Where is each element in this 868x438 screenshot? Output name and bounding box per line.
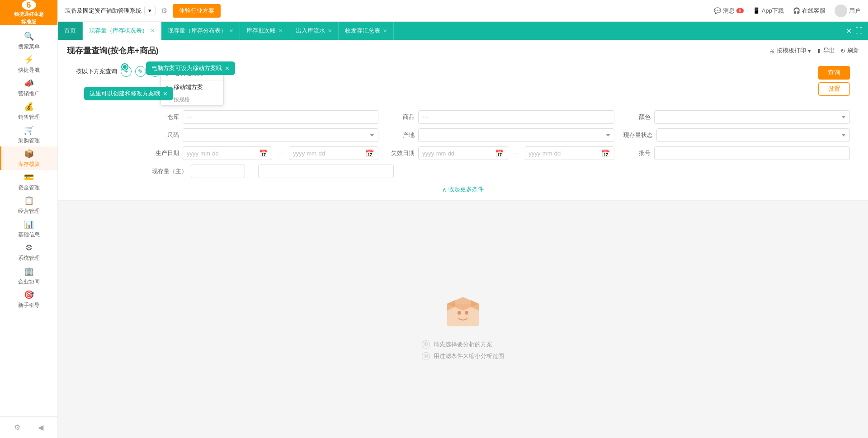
tab-recv-summary[interactable]: 收发存汇总表 ✕ bbox=[339, 22, 394, 40]
calendar-icon: 📅 bbox=[601, 149, 610, 158]
sidebar-item-label: 经营管理 bbox=[18, 207, 40, 215]
dots-icon: ··· bbox=[422, 113, 428, 121]
system-title: 装备及固定资产辅助管理系统 ▾ bbox=[65, 6, 156, 15]
online-service-button[interactable]: 🎧 在线客服 bbox=[793, 7, 826, 15]
reset-button[interactable]: 设置 bbox=[818, 82, 850, 96]
settings-button[interactable]: ⚙ bbox=[14, 423, 20, 432]
origin-select[interactable] bbox=[418, 128, 614, 142]
tab-close-icon[interactable]: ✕ bbox=[229, 28, 233, 34]
query-button[interactable]: 查询 bbox=[818, 66, 850, 80]
warehouse-filter: 仓库 ··· bbox=[152, 110, 378, 124]
building-icon: 🏢 bbox=[24, 266, 34, 276]
tab-close-icon[interactable]: ✕ bbox=[328, 28, 332, 34]
stock-status-label: 现存量状态 bbox=[623, 131, 653, 139]
sidebar-item-system[interactable]: ⚙ 系统管理 bbox=[0, 240, 57, 264]
refresh-button[interactable]: ↻ 刷新 bbox=[840, 47, 859, 55]
system-dropdown[interactable]: ▾ bbox=[144, 6, 156, 15]
step2-text: 用过滤条件来缩小分析范围 bbox=[434, 352, 504, 360]
tab-close-icon[interactable]: ✕ bbox=[278, 28, 283, 34]
app-download-button[interactable]: 📱 App下载 bbox=[753, 7, 784, 15]
scheme-name: 移动端方案 bbox=[174, 83, 203, 91]
refresh-icon: ↻ bbox=[840, 47, 845, 54]
prod-date-filter: 生产日期 yyyy-mm-dd 📅 — yyyy-mm-dd 📅 bbox=[152, 146, 378, 160]
cursor-indicator bbox=[122, 64, 127, 70]
tab-label: 出入库流水 bbox=[296, 27, 325, 35]
tab-inventory-dist[interactable]: 现存量（库存分布表） ✕ bbox=[161, 22, 240, 40]
expire-date-start[interactable]: yyyy-mm-dd 📅 bbox=[418, 146, 508, 160]
trial-button[interactable]: 体验行业方案 bbox=[173, 4, 221, 18]
stock-status-select[interactable] bbox=[656, 128, 850, 142]
collapse-button[interactable]: ∧ 收起更多条件 bbox=[76, 182, 850, 194]
inventory-min-input[interactable] bbox=[191, 165, 245, 178]
collapse-label: 收起更多条件 bbox=[448, 185, 484, 193]
sidebar-item-search[interactable]: 🔍 搜索菜单 bbox=[0, 29, 57, 52]
box-icon: 📦 bbox=[24, 149, 34, 159]
sidebar-item-basic[interactable]: 📊 基础信息 bbox=[0, 217, 57, 240]
inventory-max-input[interactable] bbox=[258, 165, 394, 178]
range-separator: — bbox=[249, 168, 255, 175]
batch-filter: 批号 bbox=[623, 146, 850, 160]
collapse-sidebar-button[interactable]: ◀ bbox=[38, 423, 43, 432]
sidebar-item-operations[interactable]: 📋 经营管理 bbox=[0, 193, 57, 217]
date-placeholder: yyyy-mm-dd bbox=[422, 150, 493, 157]
tab-inventory-status[interactable]: 现存量（库存状况表） ✕ bbox=[83, 22, 161, 40]
expire-date-end[interactable]: yyyy-mm-dd 📅 bbox=[525, 146, 614, 160]
page-actions: 🖨 按模板打印 ▾ ⬆ 导出 ↻ 刷新 bbox=[769, 47, 859, 55]
sidebar-item-marketing[interactable]: 📣 营销推广 bbox=[0, 76, 57, 99]
sidebar-item-nav[interactable]: ⚡ 快捷导航 bbox=[0, 52, 57, 76]
date-separator: — bbox=[278, 150, 283, 157]
sidebar-item-sales[interactable]: 💰 销售管理 bbox=[0, 99, 57, 123]
tab-maximize-icon[interactable]: ⛶ bbox=[855, 27, 863, 35]
export-button[interactable]: ⬆ 导出 bbox=[816, 47, 835, 55]
tab-home[interactable]: 首页 bbox=[58, 22, 83, 40]
warehouse-input[interactable]: ··· bbox=[183, 110, 378, 124]
tooltip-close-icon[interactable]: ✕ bbox=[225, 65, 230, 72]
sidebar-item-guide[interactable]: 🎯 新手引导 bbox=[0, 287, 57, 311]
size-select[interactable] bbox=[183, 128, 378, 142]
warehouse-label: 仓库 bbox=[152, 113, 179, 121]
calendar-icon: 📅 bbox=[365, 149, 374, 158]
sidebar-item-label: 快捷导航 bbox=[18, 66, 40, 74]
sidebar-item-enterprise[interactable]: 🏢 企业协同 bbox=[0, 264, 57, 287]
color-label: 颜色 bbox=[623, 113, 651, 121]
goods-input[interactable]: ··· bbox=[418, 110, 614, 124]
sidebar-item-purchase[interactable]: 🛒 采购管理 bbox=[0, 123, 57, 146]
goods-label: 商品 bbox=[387, 113, 415, 121]
tab-label: 收发存汇总表 bbox=[345, 27, 380, 35]
tab-close-all-icon[interactable]: ✕ bbox=[846, 27, 852, 35]
export-icon: ⬆ bbox=[816, 47, 821, 54]
expire-date-filter: 失效日期 yyyy-mm-dd 📅 — yyyy-mm-dd 📅 bbox=[387, 146, 614, 160]
prod-date-start[interactable]: yyyy-mm-dd 📅 bbox=[183, 146, 272, 160]
megaphone-icon: 📣 bbox=[24, 78, 34, 88]
origin-filter: 产地 bbox=[387, 128, 614, 142]
user-menu[interactable]: 用户 bbox=[835, 5, 861, 17]
svg-point-5 bbox=[465, 311, 468, 315]
sidebar-item-finance[interactable]: 💳 资金管理 bbox=[0, 170, 57, 193]
calendar-icon: 📅 bbox=[495, 149, 504, 158]
color-select[interactable] bbox=[654, 110, 850, 124]
search-icon: 🔍 bbox=[24, 31, 34, 41]
topbar: 装备及固定资产辅助管理系统 ▾ ⚙ 体验行业方案 💬 消息 6 📱 App下载 … bbox=[58, 0, 868, 22]
sidebar-item-label: 企业协同 bbox=[18, 278, 40, 286]
tooltip-close-icon[interactable]: ✕ bbox=[163, 90, 168, 97]
page-title: 现存量查询(按仓库+商品) bbox=[67, 45, 159, 56]
tab-batch-account[interactable]: 库存批次账 ✕ bbox=[240, 22, 289, 40]
settings-icon[interactable]: ⚙ bbox=[161, 6, 167, 15]
chevron-down-icon: ▾ bbox=[148, 7, 151, 14]
batch-input[interactable] bbox=[654, 146, 850, 160]
tab-in-out-flow[interactable]: 出入库流水 ✕ bbox=[289, 22, 339, 40]
chevron-up-icon: ∧ bbox=[442, 186, 447, 193]
sidebar-item-inventory[interactable]: 📦 库存核算 bbox=[0, 146, 57, 170]
sidebar-item-label: 基础信息 bbox=[18, 231, 40, 239]
message-button[interactable]: 💬 消息 6 bbox=[714, 7, 744, 15]
logo-text: 畅捷通好生意 bbox=[14, 11, 44, 18]
scheme-extra-label: 按规格 bbox=[174, 96, 190, 103]
sidebar-item-label: 新手引导 bbox=[18, 301, 40, 309]
tab-close-icon[interactable]: ✕ bbox=[151, 28, 155, 34]
step1-text: 请先选择要分析的方案 bbox=[434, 340, 492, 349]
print-button[interactable]: 🖨 按模板打印 ▾ bbox=[769, 47, 811, 55]
tab-close-icon[interactable]: ✕ bbox=[383, 28, 387, 34]
prod-date-end[interactable]: yyyy-mm-dd 📅 bbox=[289, 146, 378, 160]
empty-illustration bbox=[436, 279, 490, 333]
chart-icon: 📊 bbox=[24, 219, 34, 229]
